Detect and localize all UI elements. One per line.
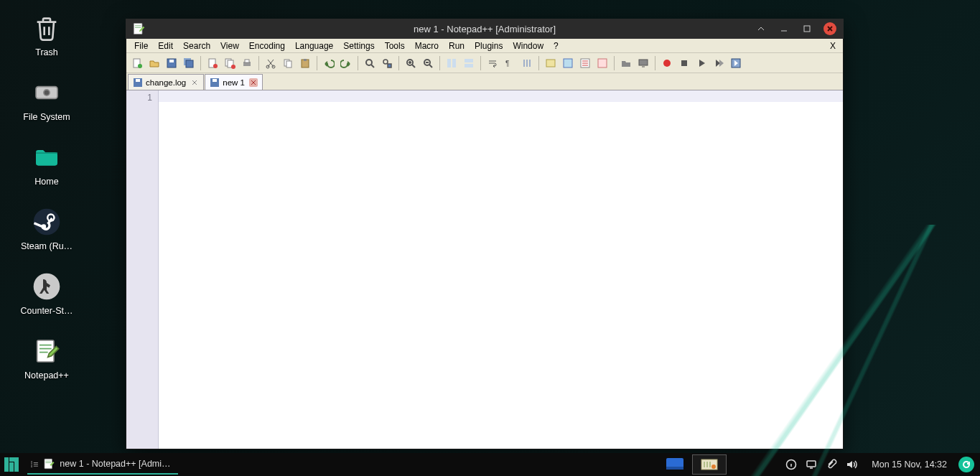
menu-edit[interactable]: Edit — [153, 41, 178, 51]
manjaro-icon — [4, 457, 19, 472]
titlebar[interactable]: new 1 - Notepad++ [Administrator] — [126, 19, 844, 39]
tool-doc-map[interactable] — [560, 55, 576, 71]
tool-copy[interactable] — [280, 55, 296, 71]
tool-udl[interactable] — [543, 55, 559, 71]
desktop-icon — [666, 457, 684, 472]
menubar: File Edit Search View Encoding Language … — [126, 39, 843, 53]
desktop: Trash File System Home Steam (Ru… — [0, 0, 980, 476]
tool-close[interactable] — [205, 55, 220, 71]
tool-zoom-in[interactable] — [403, 55, 419, 71]
tool-stop-macro[interactable] — [676, 55, 692, 71]
menu-macro[interactable]: Macro — [410, 41, 444, 51]
svg-rect-15 — [186, 60, 193, 67]
menu-settings[interactable]: Settings — [338, 41, 379, 51]
start-button[interactable] — [0, 453, 23, 476]
desktop-icon-label: File System — [14, 112, 79, 122]
separator-icon — [655, 56, 655, 70]
menu-encoding[interactable]: Encoding — [244, 41, 290, 51]
close-button[interactable] — [823, 22, 836, 35]
editor: 1 — [126, 90, 843, 449]
svg-rect-36 — [465, 59, 473, 62]
tool-all-chars[interactable]: ¶ — [502, 55, 518, 71]
taskbar-clock[interactable]: Mon 15 Nov, 14:32 — [866, 459, 953, 470]
line-number: 1 — [126, 92, 152, 103]
tool-close-all[interactable] — [222, 55, 238, 71]
text-area[interactable] — [159, 90, 843, 449]
launcher-file-manager[interactable] — [692, 454, 727, 475]
svg-point-61 — [787, 460, 796, 470]
tool-new[interactable] — [129, 55, 145, 71]
desktop-icon-trash[interactable]: Trash — [14, 13, 79, 57]
svg-point-17 — [213, 64, 218, 68]
tool-redo[interactable] — [338, 55, 354, 71]
mdi-close-button[interactable]: X — [826, 41, 840, 51]
desktop-icon-file-system[interactable]: File System — [14, 78, 79, 122]
clip-icon[interactable] — [826, 459, 837, 470]
svg-rect-55 — [9, 457, 19, 462]
menu-language[interactable]: Language — [290, 41, 338, 51]
tool-wrap[interactable] — [485, 55, 500, 71]
menu-view[interactable]: View — [215, 41, 244, 51]
tab-close-button[interactable] — [249, 78, 258, 87]
tool-undo[interactable] — [321, 55, 337, 71]
svg-rect-52 — [4, 457, 9, 472]
separator-icon — [614, 56, 615, 70]
tool-cut[interactable] — [263, 55, 279, 71]
tool-func-list[interactable] — [594, 55, 610, 71]
tool-save-all[interactable] — [181, 55, 197, 71]
tool-save[interactable] — [164, 55, 179, 71]
maximize-button[interactable] — [801, 22, 813, 35]
desktop-icon-counter-strike[interactable]: Counter-St… — [14, 271, 79, 316]
folder-home-icon — [32, 142, 62, 172]
menu-run[interactable]: Run — [444, 41, 470, 51]
menu-help[interactable]: ? — [549, 41, 564, 51]
notepadpp-icon — [32, 336, 62, 366]
svg-rect-9 — [804, 26, 810, 32]
launcher-show-desktop[interactable] — [658, 454, 692, 475]
tool-sync-v[interactable] — [444, 55, 459, 71]
tool-folder[interactable] — [618, 55, 634, 71]
toolbar: ¶ — [126, 53, 843, 73]
taskbar-task-notepadpp[interactable]: ⁞≡ new 1 - Notepad++ [Admi… — [27, 454, 178, 475]
tool-indent-guide[interactable] — [519, 55, 535, 71]
svg-rect-56 — [45, 459, 52, 469]
menu-window[interactable]: Window — [508, 41, 549, 51]
svg-rect-50 — [213, 79, 217, 82]
info-icon[interactable] — [785, 459, 797, 470]
desktop-icon-home[interactable]: Home — [14, 142, 79, 187]
svg-rect-34 — [447, 59, 451, 67]
tool-print[interactable] — [239, 55, 255, 71]
desktop-icon-steam[interactable]: Steam (Ru… — [14, 207, 79, 251]
tool-open[interactable] — [146, 55, 162, 71]
tab-label: change.log — [146, 78, 186, 87]
grammarly-icon[interactable] — [958, 457, 974, 472]
tool-find[interactable] — [362, 55, 378, 71]
tool-sync-h[interactable] — [461, 55, 477, 71]
tool-play-multi[interactable] — [711, 55, 727, 71]
display-icon[interactable] — [806, 459, 817, 470]
tab-close-button[interactable] — [190, 78, 199, 87]
tool-replace[interactable] — [379, 55, 395, 71]
file-manager-icon — [700, 457, 719, 472]
menu-tools[interactable]: Tools — [380, 41, 410, 51]
tool-zoom-out[interactable] — [420, 55, 436, 71]
tool-play-macro[interactable] — [694, 55, 709, 71]
tool-paste[interactable] — [297, 55, 313, 71]
menu-plugins[interactable]: Plugins — [470, 41, 508, 51]
shade-button[interactable] — [755, 22, 767, 35]
tool-monitor[interactable] — [635, 55, 651, 71]
tool-rec-macro[interactable] — [659, 55, 675, 71]
tool-doc-list[interactable] — [577, 55, 593, 71]
drive-icon — [32, 78, 62, 108]
minimize-button[interactable] — [778, 22, 790, 35]
svg-rect-62 — [807, 461, 816, 467]
menu-search[interactable]: Search — [178, 41, 215, 51]
tab-new-1[interactable]: new 1 — [205, 74, 263, 90]
desktop-icon-notepadpp[interactable]: Notepad++ — [14, 336, 79, 381]
separator-icon — [258, 56, 259, 70]
menu-file[interactable]: File — [129, 41, 153, 51]
tool-save-macro[interactable] — [728, 55, 744, 71]
svg-rect-53 — [9, 462, 14, 472]
volume-icon[interactable] — [846, 459, 857, 470]
tab-change-log[interactable]: change.log — [128, 74, 204, 90]
